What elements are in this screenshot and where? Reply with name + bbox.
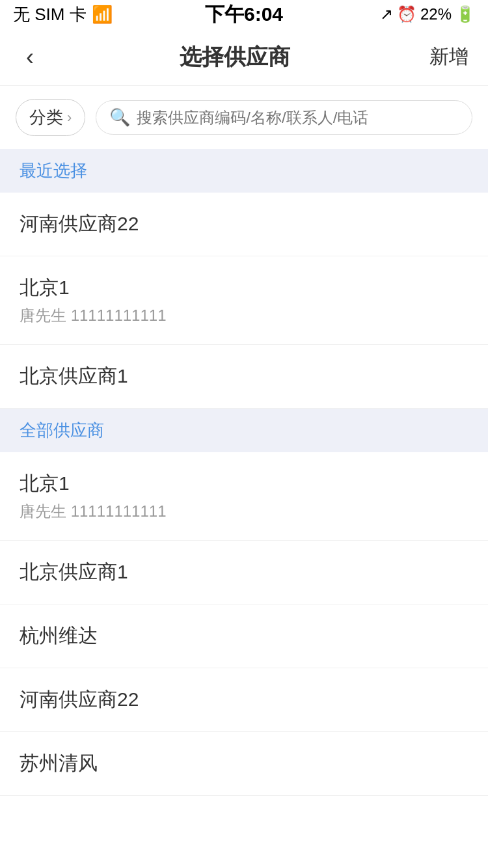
- list-item[interactable]: 河南供应商22: [0, 193, 488, 256]
- all-section-header: 全部供应商: [0, 409, 488, 452]
- list-item[interactable]: 北京1唐先生 11111111111: [0, 256, 488, 345]
- wifi-icon: 📶: [92, 5, 113, 25]
- no-sim-text: 无 SIM 卡: [13, 3, 87, 26]
- list-item[interactable]: 杭州维达: [0, 604, 488, 668]
- item-sub: 唐先生 11111111111: [20, 305, 468, 326]
- status-left: 无 SIM 卡 📶: [13, 3, 113, 26]
- item-name: 北京1: [20, 275, 468, 301]
- item-name: 河南供应商22: [20, 211, 468, 237]
- list-item[interactable]: 河南供应商22: [0, 668, 488, 732]
- item-name: 北京1: [20, 470, 468, 497]
- add-button[interactable]: 新增: [429, 44, 468, 70]
- alarm-icon: ⏰: [397, 5, 416, 23]
- status-bar: 无 SIM 卡 📶 下午6:04 ↗ ⏰ 22% 🔋: [0, 0, 488, 29]
- search-icon: 🔍: [109, 107, 130, 128]
- recent-section-header: 最近选择: [0, 149, 488, 193]
- item-name: 北京供应商1: [20, 363, 468, 390]
- item-name: 河南供应商22: [20, 686, 468, 713]
- filter-bar: 分类 › 🔍: [0, 86, 488, 149]
- battery-icon: 🔋: [455, 5, 475, 23]
- category-button[interactable]: 分类 ›: [16, 99, 85, 136]
- battery-text: 22%: [420, 5, 452, 23]
- status-right: ↗ ⏰ 22% 🔋: [380, 5, 475, 23]
- status-time: 下午6:04: [205, 1, 283, 28]
- list-item[interactable]: 苏州清风: [0, 732, 488, 796]
- recent-list: 河南供应商22北京1唐先生 11111111111北京供应商1: [0, 193, 488, 409]
- list-item[interactable]: 北京供应商1: [0, 541, 488, 604]
- item-name: 苏州清风: [20, 750, 468, 777]
- page-title: 选择供应商: [180, 42, 290, 72]
- chevron-right-icon: ›: [67, 109, 72, 126]
- list-item[interactable]: 北京供应商1: [0, 345, 488, 409]
- location-icon: ↗: [380, 5, 393, 23]
- back-button[interactable]: ‹: [20, 37, 40, 77]
- all-list: 北京1唐先生 11111111111北京供应商1杭州维达河南供应商22苏州清风: [0, 452, 488, 796]
- item-name: 杭州维达: [20, 623, 468, 649]
- search-input[interactable]: [137, 109, 459, 127]
- list-item[interactable]: 北京1唐先生 11111111111: [0, 452, 488, 541]
- item-sub: 唐先生 11111111111: [20, 501, 468, 522]
- item-name: 北京供应商1: [20, 559, 468, 586]
- search-box[interactable]: 🔍: [96, 100, 472, 135]
- nav-bar: ‹ 选择供应商 新增: [0, 29, 488, 86]
- category-label: 分类: [29, 106, 63, 129]
